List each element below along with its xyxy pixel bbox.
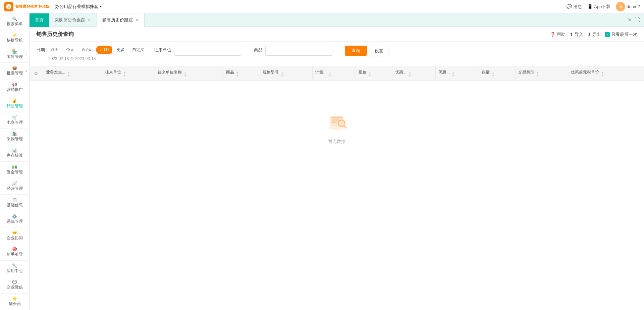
sort-icons: ▲▼	[409, 71, 411, 77]
table-settings-icon[interactable]: ⚙	[34, 71, 38, 76]
home-tab-label: 首页	[35, 17, 44, 23]
svg-rect-3	[331, 119, 339, 120]
sort-icons: ▲▼	[369, 71, 371, 77]
tab-purchase-history[interactable]: 采购历史价跟踪 ✕	[49, 13, 97, 27]
th-quantity[interactable]: 数量 ▲▼	[479, 66, 515, 81]
sidebar-item-retail[interactable]: 🏪 零售管理 ▾	[0, 46, 29, 63]
close-purchase-tab-icon[interactable]: ✕	[87, 17, 91, 22]
partner-input[interactable]	[174, 46, 241, 56]
partner-input-group: ...	[174, 46, 247, 56]
sidebar-item-enterprise-wechat[interactable]: 💬 企业微信	[0, 277, 29, 294]
date-btn-today[interactable]: 今天	[63, 46, 77, 54]
sales-icon: 💰	[12, 99, 17, 103]
th-quote[interactable]: 报价 ▲▼	[356, 66, 392, 81]
page-header: 销售历史价查询 ❓ 帮助 ⬆ 导入 ⬇ 导出	[30, 27, 644, 42]
help-icon: ❓	[550, 32, 555, 37]
chevron-down-icon: ▾	[100, 5, 102, 8]
sidebar-item-label: 批发管理	[7, 70, 23, 76]
page-title: 销售历史价查询	[36, 31, 74, 38]
quick-nav-icon: ⚡	[12, 33, 17, 38]
close-window-icon[interactable]: ✕	[628, 17, 632, 23]
tab-bar: 首页 采购历史价跟踪 ✕ 销售历史价跟踪 ✕ ✕ ⛶	[30, 13, 644, 27]
vip-icon: ⭐	[12, 296, 17, 301]
th-pre-discount-price[interactable]: 优惠前无税单价 ▲▼	[568, 66, 644, 81]
partner-dots-icon[interactable]: ...	[243, 48, 247, 54]
sidebar-item-label: 基础信息	[7, 202, 23, 208]
sort-icons: ▲▼	[329, 71, 331, 77]
maximize-window-icon[interactable]: ⛶	[635, 17, 640, 23]
export-label: 导出	[592, 32, 601, 38]
system-icon: ⚙️	[12, 214, 17, 219]
app-download-action[interactable]: 📱 App下载	[587, 4, 610, 10]
sidebar-item-sales[interactable]: 💰 销售管理	[0, 96, 29, 112]
date-btn-custom[interactable]: 自定义	[129, 46, 147, 54]
settings-button[interactable]: 设置	[370, 46, 388, 56]
chevron-down-icon: ▾	[25, 53, 27, 56]
product-input[interactable]	[265, 46, 332, 56]
sales-history-label: 销售历史价跟踪	[102, 17, 133, 23]
search-menu-icon: 🔍	[12, 16, 17, 21]
logo-area: 畅捷通好生意 标准版	[4, 2, 50, 11]
sidebar-item-quick-nav[interactable]: ⚡ 快捷导航	[0, 30, 29, 46]
sidebar-item-search-menu[interactable]: 🔍 搜索菜单	[0, 13, 29, 30]
th-partner-code[interactable]: 往来单位 ▲▼	[102, 66, 155, 81]
sidebar-item-label: 销售管理	[7, 103, 23, 109]
import-action[interactable]: ⬆ 导入	[570, 32, 583, 38]
th-discount1[interactable]: 优惠... ▲▼	[392, 66, 435, 81]
sidebar-item-system[interactable]: ⚙️ 系统管理	[0, 211, 29, 227]
only-last-label: 只看最后一次	[611, 32, 637, 38]
product-dots-icon[interactable]: ...	[334, 48, 338, 54]
th-partner-name-label: 往来单位名称	[158, 70, 182, 74]
sort-icons: ▲▼	[236, 71, 239, 77]
sidebar-item-vip[interactable]: ⭐ 畅会员	[0, 294, 29, 310]
enterprise-wechat-icon: 💬	[12, 280, 17, 285]
user-area[interactable]: d demo2	[616, 2, 640, 11]
empty-text: 暂无数据	[328, 139, 345, 145]
tab-home[interactable]: 首页	[30, 13, 49, 27]
sidebar-item-marketing[interactable]: 📢 营销推广	[0, 79, 29, 96]
tab-sales-history[interactable]: 销售历史价跟踪 ✕	[97, 13, 145, 27]
sidebar-item-purchase[interactable]: 🛍️ 采购管理	[0, 129, 29, 145]
sidebar-item-inventory[interactable]: 📊 库存核算	[0, 145, 29, 162]
sidebar-item-wholesale[interactable]: 📦 批发管理 ▴	[0, 63, 29, 79]
date-btn-7days[interactable]: 近7天	[78, 46, 95, 54]
th-discount1-label: 优惠...	[395, 70, 407, 74]
sidebar-item-label: 系统管理	[7, 219, 23, 224]
sidebar-item-app-center[interactable]: 🔧 应用中心	[0, 261, 29, 277]
only-last-checkbox[interactable]: 只看最后一次	[605, 32, 637, 38]
sidebar-item-label: 经营管理	[7, 186, 23, 192]
date-btn-yesterday[interactable]: 昨天	[48, 46, 62, 54]
date-btn-more[interactable]: 更多	[114, 46, 128, 54]
th-unit[interactable]: 计量... ▲▼	[312, 66, 356, 81]
message-action[interactable]: 💬 消息	[567, 4, 582, 10]
help-action[interactable]: ❓ 帮助	[550, 32, 566, 38]
th-product[interactable]: 商品 ▲▼	[223, 66, 260, 81]
sort-icons: ▲▼	[281, 71, 283, 77]
export-action[interactable]: ⬇ 导出	[587, 32, 601, 38]
sidebar-item-beginner[interactable]: 🎯 新手引导	[0, 244, 29, 261]
app-selector[interactable]: 办公用品行业模拟账套 ▾	[52, 4, 104, 10]
date-buttons: 昨天 今天 近7天 近1月 更多 自定义	[48, 46, 147, 54]
th-spec[interactable]: 规格型号 ▲▼	[260, 66, 312, 81]
sidebar-item-label: 应用中心	[7, 268, 23, 274]
sidebar-item-enterprise-collab[interactable]: 🤝 企业协同	[0, 227, 29, 244]
sidebar-item-finance[interactable]: 💵 资金管理	[0, 162, 29, 178]
sidebar-item-operations[interactable]: 📈 经营管理	[0, 178, 29, 195]
sort-icons: ▲▼	[536, 71, 539, 77]
message-icon: 💬	[567, 4, 572, 9]
th-discount2[interactable]: 优惠... ▲▼	[435, 66, 479, 81]
th-business-date[interactable]: 业务发生... ▲▼	[43, 66, 102, 81]
th-partner-name[interactable]: 往来单位名称 ▲▼	[155, 66, 223, 81]
user-name: demo2	[627, 4, 640, 9]
sidebar-item-label: 库存核算	[7, 153, 23, 158]
date-filter-label: 日期	[36, 46, 45, 53]
sidebar-item-label: 新手引导	[7, 252, 23, 257]
th-trade-type[interactable]: 交易类型 ▲▼	[515, 66, 568, 81]
sidebar-item-basic-info[interactable]: 📋 基础信息	[0, 195, 29, 211]
date-btn-1month[interactable]: 近1月	[96, 46, 113, 54]
wholesale-icon: 📦	[12, 66, 17, 70]
sidebar-item-label: 快捷导航	[7, 38, 23, 43]
query-button[interactable]: 查询	[345, 46, 367, 56]
close-sales-tab-icon[interactable]: ✕	[135, 17, 139, 22]
sidebar-item-ecommerce[interactable]: 🛒 电商管理	[0, 112, 29, 129]
